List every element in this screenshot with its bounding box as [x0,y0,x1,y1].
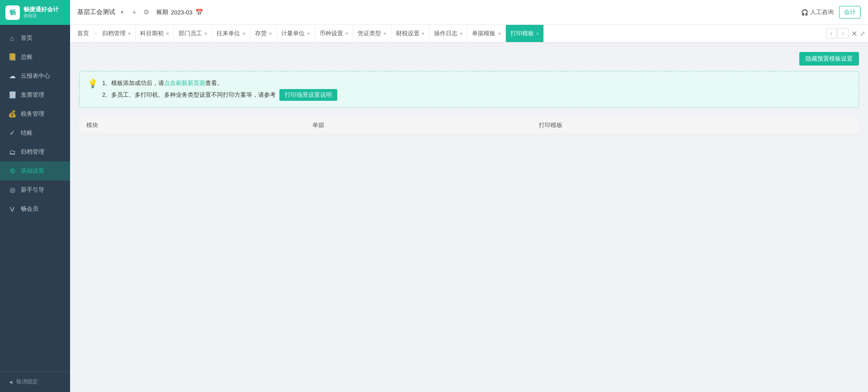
nav-label-ledger: 总账 [21,53,33,61]
sidebar-item-archive[interactable]: 🗂归档管理 [0,142,70,161]
headset-icon: 🎧 [801,9,808,16]
tab-close-inventory[interactable]: × [269,31,272,36]
tab-close-subjects[interactable]: × [166,31,169,36]
unpin-button[interactable]: ◄ 取消固定 [0,371,70,392]
topbar-right: 🎧 人工咨询 会计 [801,6,861,19]
nav-icon-settings: ⚙ [8,167,16,175]
tab-label-measure: 计量单位 [281,29,305,38]
tab-label-subjects: 科目期初 [140,29,164,38]
tab-close-currency[interactable]: × [345,31,348,36]
calendar-icon[interactable]: 📅 [195,9,203,16]
tab-voucher-type[interactable]: 凭证类型× [353,25,391,43]
tab-measure[interactable]: 计量单位× [277,25,315,43]
tab-label-inventory: 存货 [255,29,267,38]
info-line1-prefix: 1、模板添加成功后，请 [102,80,164,86]
bulb-icon: 💡 [88,79,98,89]
col-doc: 单据 [305,117,531,134]
tab-close-archive-mgmt[interactable]: × [128,31,131,36]
nav-label-checkout: 结账 [21,129,33,137]
nav-label-archive: 归档管理 [21,148,44,156]
tab-close-op-log[interactable]: × [460,31,462,36]
tab-close-measure[interactable]: × [307,31,310,36]
sidebar-nav: ⌂首页📒总账☁云报表中心🧾发票管理💰税务管理✓结账🗂归档管理⚙基础设置◎新手引导… [0,25,70,371]
tab-archive-mgmt[interactable]: 归档管理× [98,25,136,43]
tab-close-partners[interactable]: × [242,31,245,36]
tab-prev-button[interactable]: ‹ [826,28,837,39]
tab-department[interactable]: 部门员工× [174,25,212,43]
sidebar-item-reports[interactable]: ☁云报表中心 [0,66,70,85]
arrow-left-icon: ◄ [8,379,14,385]
content-header: 隐藏预置模板设置 [79,52,859,66]
sidebar-item-invoice[interactable]: 🧾发票管理 [0,85,70,104]
tab-label-single-template: 单据模板 [472,29,495,38]
tab-inventory[interactable]: 存货× [250,25,277,43]
tab-label-print-template: 打印模板 [510,29,534,38]
period-label: 账期 [156,8,168,16]
sidebar-item-guide[interactable]: ◎新手引导 [0,180,70,199]
topbar: 基层工会测试 ▾ ＋ ⚙ 账期 2023-03 📅 🎧 人工咨询 会计 [70,0,868,25]
add-tab-button[interactable]: ＋ [131,8,138,17]
sidebar-item-ledger[interactable]: 📒总账 [0,47,70,66]
tab-home[interactable]: 首页 [73,25,94,43]
sidebar-item-settings[interactable]: ⚙基础设置 [0,161,70,180]
refresh-link[interactable]: 点击刷新新页面 [164,80,205,86]
logo-area: 畅 畅捷通好会计 旗舰版 [0,0,70,25]
nav-label-reports: 云报表中心 [21,72,50,80]
tab-close-tax-settings[interactable]: × [422,31,425,36]
info-box: 💡 1、模板添加成功后，请点击刷新新页面查看。 2、多员工、多打印机、多种业务类… [79,71,859,108]
tab-close-single-template[interactable]: × [498,31,500,36]
tab-label-voucher-type: 凭证类型 [358,29,381,38]
content-area: 隐藏预置模板设置 💡 1、模板添加成功后，请点击刷新新页面查看。 2、多员工、多… [70,43,868,392]
col-print_template: 打印模板 [532,117,859,134]
nav-icon-invoice: 🧾 [8,91,16,99]
period-value: 2023-03 [171,9,193,16]
info-text: 1、模板添加成功后，请点击刷新新页面查看。 2、多员工、多打印机、多种业务类型设… [102,78,337,101]
tab-close-print-template[interactable]: × [536,31,539,36]
print-template-table: 模块单据打印模板 [79,117,859,134]
app-edition: 旗舰版 [24,13,59,19]
support-button[interactable]: 🎧 人工咨询 [801,8,834,16]
settings-icon[interactable]: ⚙ [143,8,149,16]
tab-subjects[interactable]: 科目期初× [136,25,174,43]
tab-close-department[interactable]: × [204,31,207,36]
tab-label-department: 部门员工 [179,29,202,38]
col-module: 模块 [79,117,305,134]
company-name: 基层工会测试 [77,8,115,16]
tab-close-voucher-type[interactable]: × [383,31,386,36]
sidebar-item-tax[interactable]: 💰税务管理 [0,104,70,123]
tab-op-log[interactable]: 操作日志× [429,25,467,43]
tab-currency[interactable]: 币种设置× [315,25,353,43]
tab-label-tax-settings: 财税设置 [396,29,420,38]
sidebar-item-checkout[interactable]: ✓结账 [0,123,70,142]
unpin-label: 取消固定 [16,378,38,386]
sidebar-item-home[interactable]: ⌂首页 [0,28,70,47]
tab-close-all-button[interactable]: ✕ [851,29,857,38]
logo-icon: 畅 [5,5,20,20]
tab-single-template[interactable]: 单据模板× [467,25,505,43]
nav-icon-checkout: ✓ [8,129,16,137]
explain-button[interactable]: 打印场景设置说明 [279,89,337,101]
nav-icon-reports: ☁ [8,72,16,80]
nav-label-home: 首页 [21,34,33,42]
company-dropdown-icon[interactable]: ▾ [121,9,123,15]
nav-icon-member: V [8,205,16,213]
tab-tax-settings[interactable]: 财税设置× [392,25,429,43]
nav-icon-archive: 🗂 [8,148,16,156]
nav-label-invoice: 发票管理 [21,91,44,99]
sidebar-item-member[interactable]: V畅会员 [0,199,70,218]
tab-next-button[interactable]: › [838,28,849,39]
nav-icon-ledger: 📒 [8,53,16,61]
table-header: 模块单据打印模板 [79,117,859,134]
tab-expand-button[interactable]: ⤢ [860,30,865,37]
nav-icon-tax: 💰 [8,110,16,118]
nav-label-settings: 基础设置 [21,167,44,175]
info-line2-prefix: 2、多员工、多打印机、多种业务类型设置不同打印方案等，请参考 [102,91,276,98]
hide-preview-button[interactable]: 隐藏预置模板设置 [799,52,859,66]
tab-partners[interactable]: 往来单位× [212,25,250,43]
app-name: 畅捷通好会计 [24,6,59,13]
kuaiji-button[interactable]: 会计 [839,6,861,19]
main-area: 基层工会测试 ▾ ＋ ⚙ 账期 2023-03 📅 🎧 人工咨询 会计 首页‹归… [70,0,868,392]
tab-label-partners: 往来单位 [217,29,240,38]
nav-icon-guide: ◎ [8,186,16,194]
tab-print-template[interactable]: 打印模板× [506,25,544,43]
